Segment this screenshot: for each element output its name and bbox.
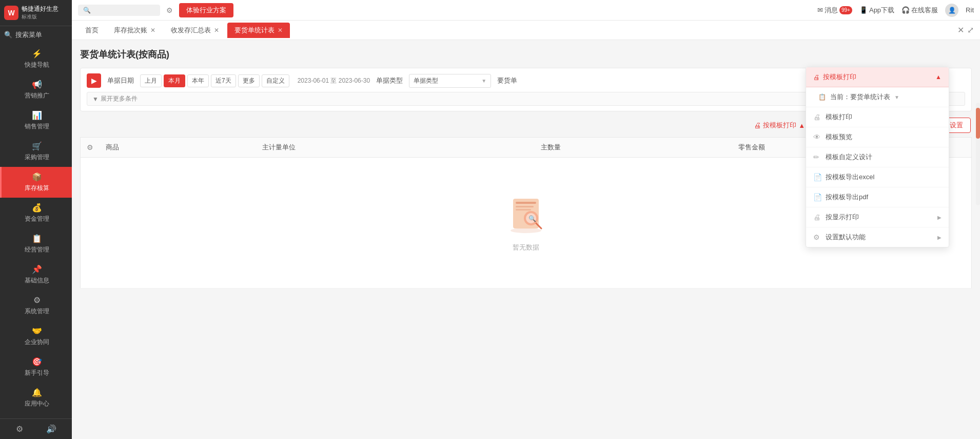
dropdown-item-export-pdf[interactable]: 📄 按模板导出pdf <box>806 187 949 207</box>
marketing-icon: 📢 <box>32 80 42 89</box>
dropdown-item-display-print[interactable]: 🖨 按显示打印 ▶ <box>806 207 949 227</box>
search-menu[interactable]: 🔍 搜索菜单 <box>0 26 72 44</box>
print-template-label: 按模板打印 <box>763 121 796 130</box>
sidebar-item-label: 库存核算 <box>25 184 49 193</box>
tabs-close-all-btn[interactable]: ✕ <box>957 25 964 35</box>
sound-bottom-icon[interactable]: 🔊 <box>46 424 56 434</box>
dropdown-item-export-excel[interactable]: 📄 按模板导出excel <box>806 167 949 187</box>
sidebar-item-label: 基础信息 <box>25 276 49 285</box>
topbar-search[interactable]: 🔍 <box>78 5 160 16</box>
topbar-gear-icon[interactable]: ⚙ <box>166 6 173 14</box>
message-btn[interactable]: ✉ 消息 99+ <box>817 6 852 15</box>
current-template-label: 当前：要货单统计表 <box>830 92 890 102</box>
tabs-expand-btn[interactable]: ⤢ <box>967 25 974 35</box>
tab-close-inventory-batch[interactable]: ✕ <box>150 27 155 34</box>
sidebar-item-label: 资金管理 <box>25 215 49 223</box>
sidebar-item-enterprise[interactable]: 🤝 企业协同 <box>0 321 72 352</box>
sales-icon: 📊 <box>32 110 42 120</box>
order-type-select[interactable]: 单据类型 ▼ <box>409 74 491 88</box>
sidebar-bottom: ⚙ 🔊 <box>0 418 72 439</box>
sidebar-item-finance[interactable]: 💰 资金管理 <box>0 198 72 228</box>
tab-collection-summary[interactable]: 收发存汇总表 ✕ <box>164 23 226 38</box>
svg-text:🔍: 🔍 <box>528 215 536 222</box>
topbar: 🔍 ⚙ 体验行业方案 ✉ 消息 99+ 📱 App下载 🎧 在线客服 👤 Rit <box>72 0 980 21</box>
page-title: 要货单统计表(按商品) <box>80 48 972 61</box>
tab-home[interactable]: 首页 <box>78 23 106 38</box>
col-quantity: 主数量 <box>535 138 732 158</box>
tab-inventory-batch[interactable]: 库存批次账 ✕ <box>107 23 163 38</box>
enterprise-icon: 🤝 <box>32 326 42 336</box>
sidebar-item-label: 快捷导航 <box>25 61 49 69</box>
shortcut-icon: ⚡ <box>32 49 42 59</box>
expand-label: 展开更多条件 <box>101 94 138 103</box>
sidebar: W 畅捷通好生意 标准版 🔍 搜索菜单 ⚡ 快捷导航 📢 营销推广 📊 销售管理… <box>0 0 72 439</box>
online-service-btn[interactable]: 🎧 在线客服 <box>901 6 938 15</box>
set-default-label: 设置默认功能 <box>826 233 933 242</box>
tab-close-collection-summary[interactable]: ✕ <box>214 27 219 34</box>
sidebar-item-label: 营销推广 <box>25 91 49 100</box>
col-goods: 商品 <box>100 138 256 158</box>
app-name: 畅捷通好生意 <box>22 5 58 13</box>
sidebar-item-purchase[interactable]: 🛒 采购管理 <box>0 136 72 167</box>
date-btn-this-year[interactable]: 本年 <box>187 74 209 87</box>
dropdown-item-print[interactable]: 🖨 模板打印 <box>806 107 949 127</box>
sidebar-item-label: 企业协同 <box>25 338 49 347</box>
dropdown-item-set-default[interactable]: ⚙ 设置默认功能 ▶ <box>806 227 949 247</box>
trial-btn[interactable]: 体验行业方案 <box>179 3 233 17</box>
print-template-btn[interactable]: 🖨 按模板打印 ▲ <box>750 119 809 132</box>
tab-close-order-stats[interactable]: ✕ <box>278 27 283 34</box>
settings-bottom-icon[interactable]: ⚙ <box>16 424 23 434</box>
sidebar-item-sales[interactable]: 📊 销售管理 <box>0 105 72 136</box>
dropdown-current-item[interactable]: 📋 当前：要货单统计表 ▼ <box>806 87 949 107</box>
message-label: 消息 <box>825 6 838 15</box>
dropdown-item-preview[interactable]: 👁 模板预览 <box>806 127 949 147</box>
svg-rect-2 <box>516 202 536 204</box>
sidebar-item-app-center[interactable]: 🔔 应用中心 <box>0 383 72 413</box>
sidebar-item-basic[interactable]: 📌 基础信息 <box>0 259 72 290</box>
sidebar-item-label: 新手引导 <box>25 369 49 377</box>
username-label: Rit <box>966 6 974 14</box>
sidebar-item-label: 应用中心 <box>25 399 49 408</box>
printer-icon: 🖨 <box>754 121 761 129</box>
tabs-bar: 首页 库存批次账 ✕ 收发存汇总表 ✕ 要货单统计表 ✕ ✕ ⤢ <box>72 21 980 40</box>
current-template-arrow: ▼ <box>894 94 899 100</box>
right-scrollbar[interactable] <box>976 103 980 205</box>
preview-icon: 👁 <box>813 133 821 141</box>
display-print-icon: 🖨 <box>813 213 821 221</box>
current-template-icon: 📋 <box>818 93 826 101</box>
date-btn-custom[interactable]: 自定义 <box>262 74 289 87</box>
sidebar-item-inventory[interactable]: 📦 库存核算 <box>0 167 72 198</box>
dropdown-collapse-icon[interactable]: ▲ <box>935 73 942 81</box>
sidebar-item-wechat[interactable]: 💬 企业微信 <box>0 413 72 418</box>
date-btn-7days[interactable]: 近7天 <box>211 74 236 87</box>
date-range-label: 2023-06-01 至 2023-06-30 <box>298 77 370 85</box>
table-gear-icon[interactable]: ⚙ <box>87 143 93 151</box>
col-unit: 主计量单位 <box>256 138 535 158</box>
dropdown-item-design[interactable]: ✏ 模板自定义设计 <box>806 147 949 167</box>
date-btn-more[interactable]: 更多 <box>238 74 260 87</box>
sidebar-item-operation[interactable]: 📋 经营管理 <box>0 228 72 259</box>
export-excel-label: 按模板导出excel <box>826 173 942 182</box>
sidebar-item-marketing[interactable]: 📢 营销推广 <box>0 74 72 105</box>
newbie-icon: 🎯 <box>32 357 42 367</box>
sidebar-item-shortcut[interactable]: ⚡ 快捷导航 <box>0 44 72 74</box>
date-btn-this-month[interactable]: 本月 <box>164 74 185 87</box>
filter-toggle-btn[interactable]: ▶ <box>87 73 101 88</box>
message-badge: 99+ <box>839 6 852 14</box>
user-avatar[interactable]: 👤 <box>945 4 958 17</box>
sidebar-item-system[interactable]: ⚙ 系统管理 <box>0 290 72 321</box>
collection-summary-label: 收发存汇总表 <box>171 26 211 35</box>
printer-header-icon: 🖨 <box>813 73 820 81</box>
home-tab-label: 首页 <box>85 26 99 35</box>
app-logo: W 畅捷通好生意 标准版 <box>0 0 72 26</box>
sidebar-item-label: 采购管理 <box>25 153 49 162</box>
topbar-search-icon: 🔍 <box>83 7 91 14</box>
tab-order-stats[interactable]: 要货单统计表 ✕ <box>227 23 290 38</box>
sidebar-item-newbie[interactable]: 🎯 新手引导 <box>0 352 72 383</box>
set-default-arrow: ▶ <box>937 235 942 240</box>
expand-icon: ▼ <box>92 96 99 103</box>
search-icon: 🔍 <box>4 31 12 39</box>
app-download-btn[interactable]: 📱 App下载 <box>859 6 894 15</box>
date-btn-prev-month[interactable]: 上月 <box>140 74 162 87</box>
order-type-value: 单据类型 <box>414 77 438 85</box>
